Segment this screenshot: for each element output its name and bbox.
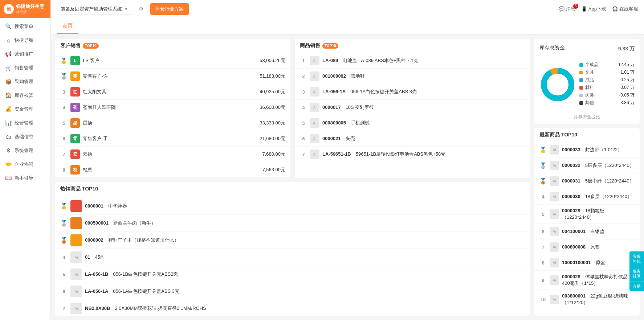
inventory-icon: 🏠: [5, 92, 12, 99]
product-icon: Ai: [550, 209, 559, 219]
new-product-item[interactable]: 6 Ai 004100001 白钢垫: [534, 224, 640, 239]
sidebar-item-purchase[interactable]: 📦 采购管理: [0, 75, 50, 89]
hot-product-item[interactable]: 6 Ai LA-056-1A 056-1A白色按键开关盖ABS 3壳: [55, 283, 530, 300]
message-button[interactable]: 💬 消息 6: [559, 6, 575, 12]
products-sales-list: 1 Ai LA-089 电池盖 LA-089 ABS本色+黑种 7.1克 2 A…: [295, 53, 530, 178]
inventory-panel: 库存总资金 9.88 万: [534, 39, 640, 124]
rank-medal: 🥉: [60, 237, 68, 244]
customer-list-item[interactable]: 3 红 红太阳文具 40,925.00元: [55, 84, 290, 100]
legend-item: 肉类 -0.05 万: [579, 92, 635, 98]
rank-medal: 🥇: [539, 147, 547, 153]
hot-product-item[interactable]: 🥈 000500001 新西兰牛肉（新牛）: [55, 215, 530, 232]
system-selector[interactable]: 装备及固定资产辅助管理系统 ▼: [57, 4, 132, 15]
sidebar-item-search[interactable]: 🔍 搜索菜单: [0, 20, 50, 33]
cs-float[interactable]: 客服热线 服务社区 直播: [629, 251, 644, 291]
sidebar-item-basic[interactable]: 🗂 基础信息: [0, 130, 50, 144]
hot-product-item[interactable]: 🥉 0000002 智利车子里（规格不知道填什么）: [55, 232, 530, 249]
customer-list-item[interactable]: 4 苍 苍南县人民医院 36,600.00元: [55, 100, 290, 115]
right-panel: 库存总资金 9.88 万: [534, 39, 640, 316]
legend-item: 成品 0.25 万: [579, 77, 635, 83]
customer-list-item[interactable]: 🥇 L LS 客户 53,006.26元: [55, 53, 290, 69]
product-sales-item[interactable]: 7 Ai LA-59651-1B 59651-1B旋转投影灯电池盒ABS黑色+5…: [295, 147, 530, 162]
new-product-item[interactable]: 8 Ai 10000100001 原盔: [534, 255, 640, 271]
product-sales-item[interactable]: 1 Ai LA-089 电池盖 LA-089 ABS本色+黑种 7.1克: [295, 53, 530, 69]
product-name: 001000002 雪地鞋: [322, 73, 525, 79]
new-product-item[interactable]: 4 Ai 0000030 18多层（1220*2440）: [534, 189, 640, 205]
new-product-item[interactable]: 🥇 Ai 0000033 封边带（1.0*22）: [534, 142, 640, 158]
cs-broadcast[interactable]: 直播: [629, 282, 644, 291]
settings-button[interactable]: ⚙: [136, 4, 147, 15]
search-icon: 🔍: [5, 23, 12, 30]
product-sales-item[interactable]: 6 Ai 0000021 夹壳: [295, 131, 530, 147]
new-products-panel: 最新商品 TOP10 🥇 Ai 0000033 封边带（1.0*22） 🥈 Ai…: [534, 128, 640, 316]
customer-list-item[interactable]: 6 零 零售客户-于 21,680.00元: [55, 131, 290, 147]
customer-list-item[interactable]: 🥈 零 零售客户-许 51,183.00元: [55, 69, 290, 84]
new-product-item[interactable]: 🥈 Ai 0000032 5层多层（1220*2440）: [534, 158, 640, 173]
customer-name: LS 客户: [83, 57, 257, 64]
rank-number: 7: [60, 152, 68, 157]
sidebar-item-operations[interactable]: 📊 经营管理: [0, 116, 50, 130]
trial-button[interactable]: 体验行业方案: [150, 3, 189, 15]
product-sales-item[interactable]: 5 Ai 000800005 手机测试: [295, 115, 530, 131]
rank-number: 5: [300, 120, 307, 126]
customer-list-item[interactable]: 5 星 星扬 33,333.00元: [55, 115, 290, 131]
new-product-item[interactable]: 9 Ai 0000028 体城嘉枝味苏打饮品400毫升（1*15）: [534, 271, 640, 290]
new-product-item[interactable]: 🥉 Ai 0000031 5层中纤（1220*2440）: [534, 173, 640, 189]
hot-product-item[interactable]: 5 Ai LA-056-1B 056-1B白色按键开关壳ABS2壳: [55, 266, 530, 283]
sidebar-item-finance[interactable]: 💰 资金管理: [0, 102, 50, 116]
donut-chart: [539, 66, 576, 103]
product-icon: Ai: [70, 251, 82, 263]
product-name: LA-089 电池盖 LA-089 ABS本色+黑种 7.1克: [322, 57, 525, 64]
product-icon: Ai: [70, 268, 82, 280]
sidebar-item-inventory[interactable]: 🏠 库存核算: [0, 89, 50, 102]
customer-name: 红太阳文具: [83, 89, 257, 95]
sidebar-item-shortcut[interactable]: ⌂ 快捷导航: [0, 33, 50, 47]
sidebar-item-system[interactable]: ⚙ 系统管理: [0, 144, 50, 157]
sidebar: 畅 畅捷通好生意 标准版 🔍 搜索菜单 ⌂ 快捷导航 📢 营销推广 🛒 销售管理…: [0, 0, 51, 320]
hot-product-item[interactable]: 4 Ai 01 45#: [55, 249, 530, 266]
customer-list-item[interactable]: 7 云 云扬 7,680.00元: [55, 147, 290, 162]
rank-number: 9: [539, 278, 547, 283]
new-product-item[interactable]: 10 Ai 003800001 22g鱼豆腐-烧烤味（1*12*20）: [534, 290, 640, 309]
customer-name: 档总: [83, 167, 259, 173]
rank-number: 5: [539, 212, 547, 217]
app-download-button[interactable]: 📱 App下载: [581, 6, 606, 12]
products-sales-panel: 商品销售 TOP10 1 Ai LA-089 电池盖 LA-089 ABS本色+…: [295, 39, 530, 178]
tab-home[interactable]: 首页: [57, 18, 78, 34]
new-product-item[interactable]: 5 Ai 0000029 18颗粒板（1220*2440）: [534, 205, 640, 224]
sidebar-item-marketing[interactable]: 📢 营销推广: [0, 47, 50, 61]
product-sales-item[interactable]: 4 Ai 0000017 10S 变刹罗彼: [295, 100, 530, 115]
hot-product-name: LA-056-1A 056-1A白色按键开关盖ABS 3壳: [85, 288, 525, 295]
hot-product-item[interactable]: 7 Ai NB2.0X30B 2.0X30MM双搓花轴,搓花直径2.1MM/RO…: [55, 300, 530, 316]
hot-product-item[interactable]: 🥇 0000001 中华神器: [55, 198, 530, 215]
rank-number: 1: [300, 58, 307, 63]
product-icon: Ai: [550, 145, 559, 155]
product-icon: Ai: [70, 286, 82, 297]
product-sales-item[interactable]: 3 Ai LA-056-1A 056-1A白色按键开关盖ABS 3壳: [295, 84, 530, 100]
product-thumbnail: [70, 234, 82, 246]
sidebar-item-guide[interactable]: 📖 新手引导: [0, 171, 50, 185]
product-icon: Ai: [550, 176, 559, 186]
new-product-item[interactable]: 7 Ai 000800008 原盔: [534, 239, 640, 255]
message-icon: 💬: [559, 6, 564, 12]
cs-hotline[interactable]: 客服热线: [629, 251, 644, 267]
online-service-button[interactable]: 🎧 在线客服: [612, 6, 638, 12]
cs-community[interactable]: 服务社区: [629, 266, 644, 282]
rank-number: 8: [539, 260, 547, 266]
rank-medal: 🥈: [60, 220, 68, 227]
cooperation-icon: 🤝: [5, 161, 12, 168]
product-name: 000800005 手机测试: [322, 120, 525, 126]
new-products-header: 最新商品 TOP10: [534, 128, 640, 142]
product-sales-item[interactable]: 2 Ai 001000002 雪地鞋: [295, 69, 530, 84]
legend-label: 成品: [585, 77, 618, 83]
product-icon: Ai: [310, 103, 319, 112]
legend-item: 材料 0.07 万: [579, 85, 635, 91]
dashboard: 客户销售 TOP10 🥇 L LS 客户 53,006.26元 🥈 零 零售客户…: [51, 34, 644, 320]
sidebar-item-cooperation[interactable]: 🤝 企业协同: [0, 157, 50, 171]
chevron-down-icon: ▼: [124, 7, 128, 11]
sidebar-item-sales[interactable]: 🛒 销售管理: [0, 61, 50, 75]
legend-item: 文具 1.01 万: [579, 69, 635, 75]
legend-item: 半成品 12.45 万: [579, 62, 635, 68]
product-name: 0000017 10S 变刹罗彼: [322, 104, 525, 111]
customer-list-item[interactable]: 8 档 档总 7,563.00元: [55, 162, 290, 178]
